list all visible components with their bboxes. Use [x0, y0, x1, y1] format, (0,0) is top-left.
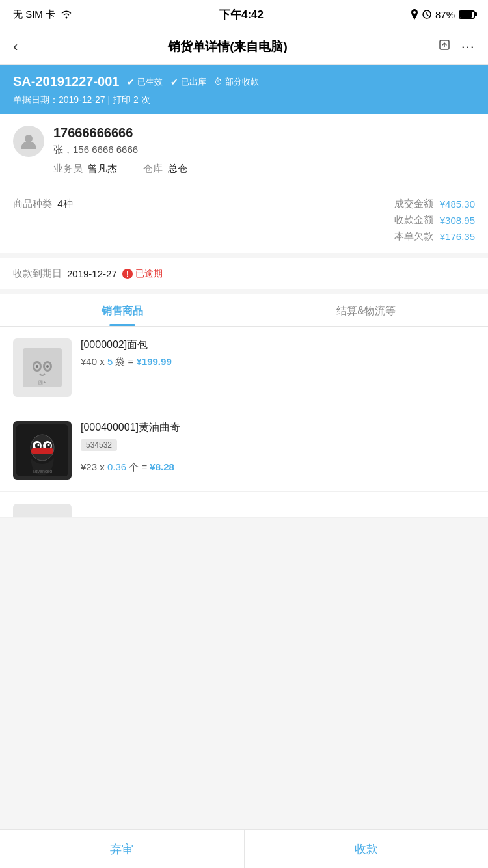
wifi-icon: [61, 10, 72, 19]
amount-summary: 成交金额 ¥485.30 收款金额 ¥308.95 本单欠款 ¥176.35: [394, 198, 475, 243]
nav-bar: ‹ 销货单详情(来自电脑) ···: [0, 29, 488, 65]
product-name-1: [0000002]面包: [81, 338, 475, 352]
nav-left: ‹: [13, 38, 18, 55]
product-details-2: [000400001]黄油曲奇 534532 ¥23 x 0.36 个 = ¥8…: [81, 421, 475, 474]
product-name-2: [000400001]黄油曲奇: [81, 421, 475, 435]
carrier-label: 无 SIM 卡: [13, 8, 55, 21]
share-icon[interactable]: [438, 38, 451, 55]
tab-settlement[interactable]: 结算&物流等: [244, 294, 488, 326]
product-thumb-1: 圆+: [13, 338, 72, 397]
svg-rect-19: [31, 448, 53, 454]
status-bar: 无 SIM 卡 下午4:42 87%: [0, 0, 488, 29]
tab-products[interactable]: 销售商品: [0, 294, 244, 326]
customer-info: 17666666666 张，156 6666 6666 业务员 曾凡杰 仓库 总…: [53, 126, 475, 175]
product-type: 商品种类 4种: [13, 198, 73, 243]
warehouse-meta: 仓库 总仓: [143, 163, 187, 175]
page-title: 销货单详情(来自电脑): [168, 38, 288, 55]
status-left: 无 SIM 卡: [13, 8, 72, 21]
check-icon-1: ✔: [127, 77, 135, 87]
status-right: 87%: [411, 9, 475, 20]
clock-icon: [422, 10, 431, 19]
cancel-button[interactable]: 弃审: [0, 830, 245, 868]
bottom-bar: 弃审 收款: [0, 829, 488, 868]
location-icon: [411, 9, 418, 20]
overdue-dot-icon: !: [122, 269, 133, 279]
badge-shipped: ✔ 已出库: [170, 76, 206, 88]
status-time: 下午4:42: [219, 7, 264, 22]
product-list: 圆+ [0000002]面包 ¥40 x 5 袋 = ¥199.99: [0, 327, 488, 518]
summary-section: 商品种类 4种 成交金额 ¥485.30 收款金额 ¥308.95 本单欠款 ¥…: [0, 187, 488, 258]
product-sku: 534532: [81, 439, 117, 451]
debt-amount-row: 本单欠款 ¥176.35: [394, 230, 475, 243]
product-item: [0, 492, 488, 518]
header-banner: SA-20191227-001 ✔ 已生效 ✔ 已出库 ⏱ 部分收款 单据日期：…: [0, 65, 488, 114]
battery-label: 87%: [435, 9, 455, 20]
product-price-1: ¥40 x 5 袋 = ¥199.99: [81, 356, 475, 368]
confirm-button[interactable]: 收款: [245, 830, 489, 868]
customer-id: 17666666666: [53, 126, 475, 141]
customer-phone: 张，156 6666 6666: [53, 144, 475, 156]
battery-icon: [459, 10, 475, 19]
tabs: 销售商品 结算&物流等: [0, 294, 488, 327]
svg-point-17: [38, 444, 40, 446]
more-icon[interactable]: ···: [461, 38, 475, 55]
overdue-badge: ! 已逾期: [122, 268, 163, 280]
product-price-2: ¥23 x 0.36 个 = ¥8.28: [81, 461, 475, 474]
svg-point-8: [36, 365, 38, 368]
customer-avatar: [13, 126, 44, 157]
svg-text:圆+: 圆+: [38, 380, 46, 385]
check-icon-2: ✔: [170, 77, 178, 87]
product-item: advanced [000400001]黄油曲奇 534532 ¥23 x 0.…: [0, 409, 488, 492]
product-thumb-3: [13, 504, 72, 518]
back-button[interactable]: ‹: [13, 38, 18, 55]
product-details-1: [0000002]面包 ¥40 x 5 袋 = ¥199.99: [81, 338, 475, 368]
order-id: SA-20191227-001: [13, 74, 119, 89]
due-section: 收款到期日 2019-12-27 ! 已逾期: [0, 258, 488, 294]
banner-top: SA-20191227-001 ✔ 已生效 ✔ 已出库 ⏱ 部分收款: [13, 74, 475, 89]
product-item: 圆+ [0000002]面包 ¥40 x 5 袋 = ¥199.99: [0, 327, 488, 409]
customer-meta: 业务员 曾凡杰 仓库 总仓: [53, 163, 475, 175]
product-thumb-2: advanced: [13, 421, 72, 480]
badge-partial: ⏱ 部分收款: [214, 76, 259, 88]
banner-date: 单据日期：2019-12-27 | 打印 2 次: [13, 94, 475, 106]
clock-badge-icon: ⏱: [214, 77, 223, 87]
svg-point-18: [48, 444, 50, 446]
sales-meta: 业务员 曾凡杰: [53, 163, 117, 175]
badge-active: ✔ 已生效: [127, 76, 163, 88]
svg-point-9: [46, 365, 49, 368]
receipt-amount-row: 收款金额 ¥308.95: [394, 214, 475, 226]
customer-section: 17666666666 张，156 6666 6666 业务员 曾凡杰 仓库 总…: [0, 114, 488, 187]
deal-amount-row: 成交金额 ¥485.30: [394, 198, 475, 210]
svg-text:advanced: advanced: [33, 469, 52, 474]
nav-right: ···: [438, 38, 475, 55]
